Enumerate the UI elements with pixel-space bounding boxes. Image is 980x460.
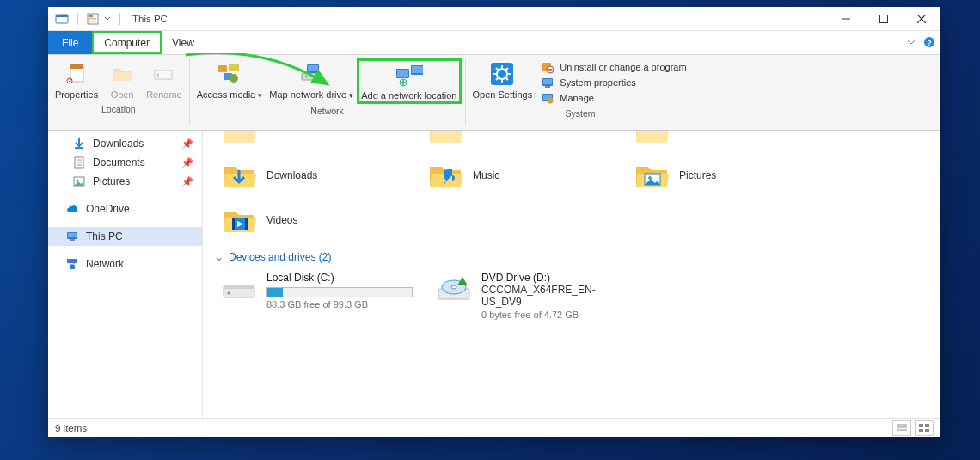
tab-file[interactable]: File	[48, 31, 92, 54]
folder-item[interactable]	[409, 131, 616, 153]
svg-point-67	[648, 176, 652, 180]
videos-folder-icon	[220, 203, 258, 237]
ribbon-tabs: File Computer View ?	[48, 31, 940, 55]
minimize-button[interactable]	[827, 7, 865, 31]
svg-rect-46	[543, 79, 552, 84]
svg-rect-5	[89, 21, 96, 22]
tab-computer[interactable]: Computer	[92, 31, 162, 54]
svg-point-73	[228, 292, 230, 295]
svg-rect-18	[229, 64, 239, 71]
svg-rect-3	[89, 15, 93, 17]
svg-rect-26	[397, 70, 408, 77]
folder-icon	[633, 131, 671, 148]
close-button[interactable]	[903, 7, 940, 31]
qat-properties-icon[interactable]	[87, 13, 99, 25]
folder-item[interactable]	[616, 131, 822, 153]
nav-documents[interactable]: Documents 📌	[48, 153, 202, 172]
folder-music[interactable]: Music	[409, 153, 616, 198]
group-label-location: Location	[101, 104, 136, 116]
disk-usage-bar	[266, 287, 413, 297]
network-icon	[65, 257, 79, 271]
folder-pictures[interactable]: Pictures	[616, 153, 822, 198]
svg-rect-69	[232, 218, 235, 230]
nav-pictures[interactable]: Pictures 📌	[48, 172, 202, 191]
manage-icon	[541, 91, 554, 105]
onedrive-icon	[65, 202, 79, 216]
nav-network[interactable]: Network	[48, 255, 202, 273]
svg-point-76	[451, 285, 456, 289]
add-network-location-button[interactable]: Add a network location	[357, 58, 461, 104]
svg-rect-61	[67, 259, 72, 263]
pictures-icon	[72, 175, 86, 188]
folder-videos[interactable]: Videos	[203, 198, 409, 242]
access-media-button[interactable]: Access media ▾	[193, 58, 266, 102]
qat-dropdown-icon[interactable]	[104, 13, 111, 25]
maximize-button[interactable]	[865, 7, 903, 31]
explorer-window: This PC File Computer View ?	[48, 7, 940, 437]
open-settings-button[interactable]: Open Settings	[469, 58, 536, 102]
pin-icon: 📌	[181, 138, 193, 150]
svg-rect-24	[308, 65, 318, 71]
svg-rect-62	[72, 259, 77, 263]
svg-rect-21	[302, 73, 321, 80]
drive-d[interactable]: DVD Drive (D:) CCCOMA_X64FRE_EN-US_DV9 0…	[418, 267, 633, 325]
uninstall-program-button[interactable]: Uninstall or change a program	[541, 60, 686, 74]
status-item-count: 9 items	[55, 423, 87, 433]
access-media-icon	[216, 60, 243, 88]
uninstall-icon	[541, 60, 554, 74]
svg-rect-59	[68, 233, 77, 237]
properties-icon	[63, 60, 90, 88]
svg-rect-16	[157, 73, 159, 77]
svg-rect-63	[70, 265, 75, 269]
svg-rect-17	[218, 65, 227, 72]
window-title: This PC	[132, 14, 168, 24]
drive-c[interactable]: Local Disk (C:) 88.3 GB free of 99.3 GB	[203, 267, 418, 325]
svg-rect-70	[245, 218, 248, 230]
settings-gear-icon	[488, 60, 516, 88]
svg-rect-47	[545, 86, 550, 88]
rename-icon	[150, 60, 178, 88]
view-details-button[interactable]	[892, 420, 911, 436]
system-properties-button[interactable]: System properties	[541, 76, 686, 89]
map-drive-icon	[297, 60, 325, 88]
manage-button[interactable]: Manage	[541, 91, 686, 105]
content-pane: Downloads Music Pictures	[203, 131, 940, 418]
svg-rect-13	[70, 64, 83, 69]
add-network-location-icon	[395, 61, 423, 89]
folder-icon	[426, 131, 464, 148]
svg-rect-80	[919, 424, 923, 427]
downloads-folder-icon	[220, 158, 258, 193]
open-icon	[108, 60, 136, 88]
pictures-folder-icon	[633, 158, 671, 193]
map-drive-button[interactable]: Map network drive ▾	[266, 58, 357, 102]
svg-rect-28	[412, 66, 423, 73]
properties-button[interactable]: Properties	[52, 58, 101, 102]
local-disk-icon	[220, 272, 258, 306]
svg-line-65	[72, 263, 75, 265]
folder-icon	[220, 131, 258, 148]
svg-rect-1	[56, 15, 68, 17]
minimize-ribbon-icon[interactable]	[906, 37, 916, 50]
group-label-network: Network	[310, 106, 344, 118]
folder-item[interactable]	[203, 131, 409, 153]
system-properties-icon	[541, 76, 554, 89]
svg-point-14	[67, 78, 72, 83]
titlebar: This PC	[48, 7, 940, 31]
nav-downloads[interactable]: Downloads 📌	[48, 134, 202, 153]
svg-text:?: ?	[927, 38, 932, 46]
svg-rect-83	[925, 429, 929, 432]
svg-rect-7	[880, 15, 888, 22]
view-tiles-button[interactable]	[915, 420, 934, 436]
status-bar: 9 items	[48, 418, 940, 437]
drives-section-header[interactable]: ⌄ Devices and drives (2)	[203, 242, 940, 267]
svg-line-64	[70, 263, 72, 265]
this-pc-icon	[65, 230, 79, 243]
svg-rect-81	[925, 424, 929, 427]
help-icon[interactable]: ?	[923, 36, 935, 51]
nav-this-pc[interactable]: This PC	[48, 227, 202, 246]
tab-view[interactable]: View	[162, 31, 205, 54]
folder-downloads[interactable]: Downloads	[203, 153, 409, 198]
svg-rect-82	[919, 429, 923, 432]
nav-onedrive[interactable]: OneDrive	[48, 199, 202, 218]
documents-icon	[72, 156, 86, 169]
